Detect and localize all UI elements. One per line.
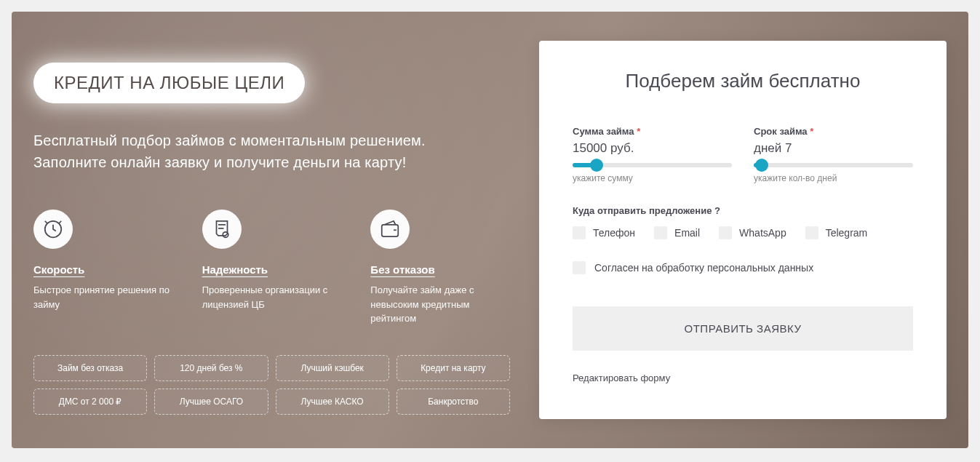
checkbox-icon	[573, 226, 586, 239]
feature-reliability: Надежность Проверенные организации с лиц…	[202, 210, 342, 326]
checkbox-icon	[805, 226, 818, 239]
channels-question: Куда отправить предложение ?	[573, 205, 913, 216]
hero-subtitle: Бесплатный подбор займов с моментальным …	[33, 130, 510, 173]
chip-best-cashback[interactable]: Лучший кэшбек	[276, 355, 389, 381]
required-asterisk: *	[637, 126, 640, 137]
channel-label: Telegram	[826, 227, 868, 239]
wallet-icon	[370, 210, 410, 249]
amount-slider-thumb[interactable]	[590, 159, 603, 172]
chip-best-kasko[interactable]: Лучшее КАСКО	[276, 389, 389, 415]
chips-grid: Займ без отказа 120 дней без % Лучший кэ…	[33, 355, 510, 415]
hero-section: КРЕДИТ НА ЛЮБЫЕ ЦЕЛИ Бесплатный подбор з…	[12, 12, 968, 448]
amount-label: Сумма займа *	[573, 126, 732, 137]
channel-label: WhatsApp	[739, 227, 786, 239]
chip-credit-to-card[interactable]: Кредит на карту	[397, 355, 510, 381]
channel-email[interactable]: Email	[654, 226, 700, 239]
hero-left: КРЕДИТ НА ЛЮБЫЕ ЦЕЛИ Бесплатный подбор з…	[33, 41, 510, 419]
amount-label-text: Сумма займа	[573, 126, 634, 137]
sliders-row: Сумма займа * 15000 руб. укажите сумму С…	[573, 126, 913, 183]
feature-title: Скорость	[33, 263, 173, 276]
edit-form-link[interactable]: Редактировать форму	[573, 373, 913, 383]
certificate-icon	[202, 210, 242, 249]
amount-number: 15000	[573, 141, 607, 155]
chip-dms[interactable]: ДМС от 2 000 ₽	[33, 389, 147, 415]
consent-checkbox[interactable]: Согласен на обработку персональных данны…	[573, 261, 913, 274]
feature-desc: Получайте займ даже с невысоким кредитны…	[370, 283, 510, 326]
subtitle-line-1: Бесплатный подбор займов с моментальным …	[33, 130, 510, 151]
form-title: Подберем займ бесплатно	[573, 70, 913, 92]
clock-arrow-icon	[33, 210, 73, 249]
consent-label: Согласен на обработку персональных данны…	[594, 262, 813, 274]
chip-bankruptcy[interactable]: Банкротство	[397, 389, 510, 415]
term-hint: укажите кол-во дней	[754, 173, 913, 183]
feature-desc: Проверенные организации с лицензией ЦБ	[202, 283, 342, 311]
channel-phone[interactable]: Телефон	[573, 226, 635, 239]
channel-whatsapp[interactable]: WhatsApp	[719, 226, 786, 239]
term-slider-group: Срок займа * дней 7 укажите кол-во дней	[754, 126, 913, 183]
amount-unit: руб.	[610, 141, 634, 155]
checkbox-icon	[719, 226, 732, 239]
chip-loan-no-rejection[interactable]: Займ без отказа	[33, 355, 147, 381]
channel-label: Email	[674, 227, 700, 239]
hero-badge: КРЕДИТ НА ЛЮБЫЕ ЦЕЛИ	[33, 63, 305, 103]
term-slider[interactable]	[754, 163, 913, 167]
feature-title: Без отказов	[370, 263, 510, 276]
amount-slider[interactable]	[573, 163, 732, 167]
submit-button[interactable]: ОТПРАВИТЬ ЗАЯВКУ	[573, 306, 913, 351]
chip-best-osago[interactable]: Лучшее ОСАГО	[154, 389, 268, 415]
form-card: Подберем займ бесплатно Сумма займа * 15…	[539, 41, 947, 419]
term-label-text: Срок займа	[754, 126, 808, 137]
term-label: Срок займа *	[754, 126, 913, 137]
features-row: Скорость Быстрое принятие решения по зай…	[33, 210, 510, 326]
amount-slider-group: Сумма займа * 15000 руб. укажите сумму	[573, 126, 732, 183]
checkbox-icon	[654, 226, 667, 239]
feature-no-rejection: Без отказов Получайте займ даже с невысо…	[370, 210, 510, 326]
term-number: 7	[785, 141, 792, 155]
channel-label: Телефон	[593, 227, 635, 239]
amount-hint: укажите сумму	[573, 173, 732, 183]
svg-point-1	[223, 232, 228, 238]
feature-title: Надежность	[202, 263, 342, 276]
chip-120-days[interactable]: 120 дней без %	[154, 355, 268, 381]
term-value: дней 7	[754, 141, 913, 156]
feature-desc: Быстрое принятие решения по займу	[33, 283, 173, 311]
required-asterisk: *	[810, 126, 813, 137]
subtitle-line-2: Заполните онлайн заявку и получите деньг…	[33, 151, 510, 173]
channel-telegram[interactable]: Telegram	[805, 226, 868, 239]
amount-value: 15000 руб.	[573, 141, 732, 156]
term-slider-thumb[interactable]	[755, 159, 768, 172]
term-unit: дней	[754, 141, 781, 155]
channels-row: Телефон Email WhatsApp Telegram	[573, 226, 913, 239]
feature-speed: Скорость Быстрое принятие решения по зай…	[33, 210, 173, 326]
checkbox-icon	[573, 261, 586, 274]
